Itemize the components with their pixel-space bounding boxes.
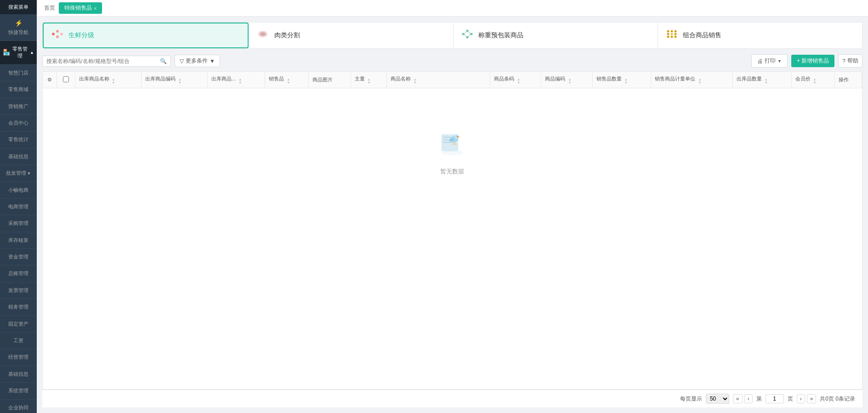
filter-button[interactable]: ▽ 更多条件 ▼ <box>175 55 220 67</box>
search-icon[interactable]: 🔍 <box>160 58 167 64</box>
table-header: ⚙ 出库商品名称 ▲▼ 出库商品编码 ▲▼ <box>43 72 862 88</box>
th-out-goods-extra[interactable]: 出库商品... ▲▼ <box>208 72 265 88</box>
quick-nav-icon: ⚡ <box>2 19 35 28</box>
col-label-goods-barcode: 商品条码 <box>494 76 514 81</box>
th-sales-goods[interactable]: 销售品 ▲▼ <box>265 72 309 88</box>
prev-page-button[interactable]: ‹ <box>744 394 753 403</box>
meat-cut-icon <box>256 29 270 42</box>
svg-point-8 <box>466 36 468 39</box>
col-label-out-goods-extra: 出库商品... <box>211 76 236 81</box>
per-page-select[interactable]: 50 10 20 100 <box>706 394 729 404</box>
col-label-weight: 主量 <box>355 76 365 81</box>
tab-card-meat-cut[interactable]: 肉类分割 <box>249 23 453 48</box>
empty-illustration <box>434 125 471 162</box>
sidebar-item-ops-mgmt[interactable]: 经营管理 <box>0 349 37 366</box>
th-settings[interactable]: ⚙ <box>43 72 57 88</box>
sidebar-item-fund-mgmt[interactable]: 资金管理 <box>0 249 37 265</box>
col-label-sales-goods: 销售品 <box>269 76 284 81</box>
th-member-price[interactable]: 会员价 ▲▼ <box>791 72 835 88</box>
sidebar-item-inventory-check[interactable]: 库存核算 <box>0 232 37 249</box>
sort-icons-8: ▲▼ <box>568 78 571 84</box>
search-input[interactable] <box>46 58 158 64</box>
sidebar-label-retail-stats: 零售统计 <box>8 137 28 142</box>
first-page-button[interactable]: « <box>733 394 743 403</box>
sidebar-label-fixed-assets: 固定资产 <box>8 321 28 327</box>
th-weight[interactable]: 主量 ▲▼ <box>351 72 386 88</box>
sidebar-label-general-ledger: 总账管理 <box>8 270 28 276</box>
last-page-button[interactable]: » <box>807 394 817 403</box>
sidebar-item-sales-promo[interactable]: 营销推广 <box>0 98 37 115</box>
svg-point-3 <box>60 33 63 35</box>
sidebar-item-retail-mgmt[interactable]: 🏪 零售管理 ▲ <box>0 41 37 65</box>
tab-card-scale-prepack[interactable]: 称重预包装商品 <box>454 23 658 48</box>
sidebar-item-system-mgmt[interactable]: 系统管理 <box>0 383 37 399</box>
sort-icons-5: ▲▼ <box>368 78 371 84</box>
sidebar-logo: 搜索菜单 <box>0 0 37 14</box>
search-box[interactable]: 🔍 <box>42 56 171 67</box>
empty-state-row: 暂无数据 <box>43 88 862 213</box>
select-all-checkbox[interactable] <box>63 76 69 82</box>
topbar-active-tab[interactable]: 特殊销售品 × <box>59 2 102 14</box>
th-goods-name[interactable]: 商品名称 ▲▼ <box>386 72 490 88</box>
sidebar-label-ops-mgmt: 经营管理 <box>8 354 28 360</box>
filter-label: 更多条件 <box>186 57 208 65</box>
th-goods-barcode[interactable]: 商品条码 ▲▼ <box>490 72 541 88</box>
svg-point-7 <box>466 30 468 32</box>
sidebar-item-wholesale-mgmt[interactable]: 批发管理 ▼ <box>0 165 37 182</box>
svg-point-2 <box>56 35 59 38</box>
sidebar-label-quick-nav: 快捷导航 <box>8 29 28 35</box>
sidebar-item-wages[interactable]: 工资 <box>0 333 37 349</box>
th-sales-qty[interactable]: 销售品数量 ▲▼ <box>592 72 651 88</box>
sidebar-label-enterprise-coop: 企业协同 <box>8 405 28 410</box>
sidebar-label-tax-mgmt: 税务管理 <box>8 304 28 310</box>
sidebar-item-base-info2[interactable]: 基础信息 <box>0 366 37 383</box>
col-label-member-price: 会员价 <box>795 76 811 81</box>
sort-icons-3: ▲▼ <box>238 78 242 84</box>
th-sales-unit[interactable]: 销售商品计量单位 ▲▼ <box>651 72 732 88</box>
sidebar-item-purchase-mgmt[interactable]: 采购管理 <box>0 215 37 232</box>
th-out-goods-code[interactable]: 出库商品编码 ▲▼ <box>141 72 207 88</box>
sidebar-item-ecommerce-mgmt[interactable]: 电商管理 <box>0 199 37 215</box>
topbar-home-link[interactable]: 首页 <box>44 4 55 12</box>
sidebar-item-base-info[interactable]: 基础信息 <box>0 149 37 165</box>
sidebar-item-invoice-mgmt[interactable]: 发票管理 <box>0 282 37 299</box>
sidebar-item-member-center[interactable]: 会员中心 <box>0 115 37 132</box>
sort-icons: ▲▼ <box>112 78 115 84</box>
tab-card-fresh-grade[interactable]: 生鲜分级 <box>43 23 249 48</box>
col-label-out-qty: 出库品数量 <box>737 76 762 81</box>
tab-card-combo-sales[interactable]: 组合商品销售 <box>658 23 862 48</box>
help-icon: ? <box>842 58 845 64</box>
svg-point-18 <box>670 33 673 35</box>
fresh-grade-label: 生鲜分级 <box>68 31 94 40</box>
topbar-tab-close[interactable]: × <box>94 6 96 11</box>
sidebar: 搜索菜单 ⚡ 快捷导航 🏪 零售管理 ▲ 智慧门店 零售商城 营销推广 会员中心… <box>0 0 37 413</box>
page-content: 生鲜分级 肉类分割 <box>37 17 868 413</box>
svg-point-21 <box>670 36 673 38</box>
sidebar-item-fixed-assets[interactable]: 固定资产 <box>0 316 37 333</box>
print-button[interactable]: 🖨 打印 ▼ <box>751 54 788 68</box>
sidebar-item-retail-stats[interactable]: 零售统计 <box>0 132 37 148</box>
th-checkbox[interactable] <box>57 72 75 88</box>
svg-point-0 <box>52 33 55 35</box>
help-button[interactable]: ? 帮助 <box>838 54 862 68</box>
sidebar-label-system-mgmt: 系统管理 <box>8 388 28 393</box>
column-settings-icon[interactable]: ⚙ <box>47 77 52 82</box>
th-goods-code[interactable]: 商品编码 ▲▼ <box>541 72 592 88</box>
svg-point-19 <box>674 33 676 35</box>
sidebar-item-general-ledger[interactable]: 总账管理 <box>0 265 37 282</box>
sidebar-item-mini-ecommerce[interactable]: 小畅电商 <box>0 182 37 199</box>
page-number-input[interactable] <box>766 394 784 403</box>
table-body: 暂无数据 <box>43 88 862 213</box>
th-out-qty[interactable]: 出库品数量 ▲▼ <box>732 72 791 88</box>
add-sales-button[interactable]: + 新增销售品 <box>791 55 834 67</box>
sidebar-item-enterprise-coop[interactable]: 企业协同 <box>0 400 37 413</box>
next-page-button[interactable]: › <box>797 394 805 403</box>
svg-line-11 <box>464 34 466 37</box>
sidebar-item-smart-store[interactable]: 智慧门店 <box>0 65 37 81</box>
sidebar-item-retail-mall[interactable]: 零售商城 <box>0 81 37 98</box>
topbar: 首页 特殊销售品 × <box>37 0 868 17</box>
sidebar-item-quick-nav[interactable]: ⚡ 快捷导航 <box>0 14 37 41</box>
sidebar-item-tax-mgmt[interactable]: 税务管理 <box>0 299 37 315</box>
search-menu-btn[interactable]: 搜索菜单 <box>8 4 28 11</box>
th-out-goods-name[interactable]: 出库商品名称 ▲▼ <box>75 72 141 88</box>
